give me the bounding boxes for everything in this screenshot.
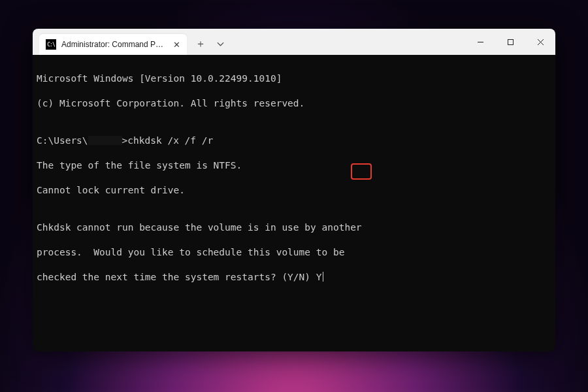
cmd-icon: C:\ xyxy=(46,39,56,50)
maximize-button[interactable] xyxy=(495,31,525,52)
text-cursor xyxy=(323,272,323,282)
svg-rect-1 xyxy=(508,39,513,44)
prompt-question: checked the next time the system restart… xyxy=(37,272,316,282)
redacted-username xyxy=(88,136,122,145)
output-line: Cannot lock current drive. xyxy=(37,184,551,197)
user-response: Y xyxy=(316,272,322,282)
tab-title: Administrator: Command Prompt xyxy=(61,40,166,49)
new-tab-button[interactable]: ＋ xyxy=(191,34,210,54)
command-prompt-window: C:\ Administrator: Command Prompt ✕ ＋ Mi… xyxy=(33,29,555,351)
minimize-button[interactable] xyxy=(465,31,495,52)
output-line: process. Would you like to schedule this… xyxy=(37,246,551,259)
output-line: The type of the file system is NTFS. xyxy=(37,159,551,172)
close-tab-button[interactable]: ✕ xyxy=(171,39,182,50)
output-line: Microsoft Windows [Version 10.0.22499.10… xyxy=(37,73,551,85)
tab-strip: C:\ Administrator: Command Prompt ✕ ＋ xyxy=(33,29,230,55)
titlebar: C:\ Administrator: Command Prompt ✕ ＋ xyxy=(33,29,555,55)
prompt-yn-line: checked the next time the system restart… xyxy=(37,271,551,284)
terminal-content[interactable]: Microsoft Windows [Version 10.0.22499.10… xyxy=(33,55,555,351)
window-controls xyxy=(465,29,555,55)
output-line: Chkdsk cannot run because the volume is … xyxy=(37,221,551,234)
entered-command: chkdsk /x /f /r xyxy=(127,135,213,146)
tab-dropdown-button[interactable] xyxy=(210,34,230,54)
prompt-suffix: > xyxy=(122,135,128,146)
prompt-path-prefix: C:\Users\ xyxy=(37,135,88,146)
close-window-button[interactable] xyxy=(525,31,555,52)
tab-cmd[interactable]: C:\ Administrator: Command Prompt ✕ xyxy=(39,34,187,55)
output-line: (c) Microsoft Corporation. All rights re… xyxy=(37,97,551,110)
prompt-line: C:\Users\>chkdsk /x /f /r xyxy=(37,135,551,147)
